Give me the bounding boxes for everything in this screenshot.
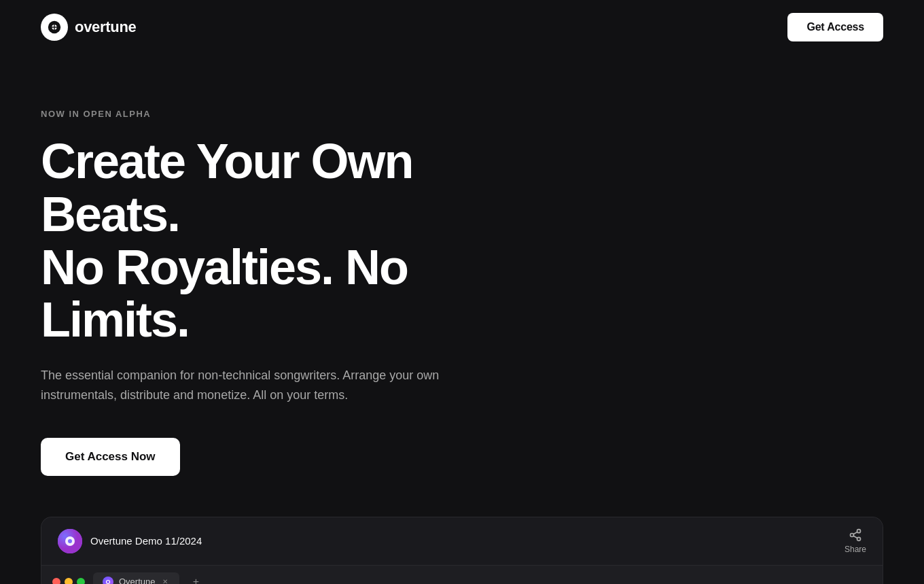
close-dot[interactable] [52,578,60,584]
headline-line1: Create Your Own Beats. [41,134,412,241]
minimize-dot[interactable] [65,578,73,584]
svg-line-8 [853,532,857,534]
cta-button[interactable]: Get Access Now [41,438,180,476]
alpha-badge: NOW IN OPEN ALPHA [41,109,544,119]
svg-point-3 [68,539,72,543]
browser-dots [52,578,85,584]
share-label: Share [845,545,866,554]
logo-container: overtune [41,14,137,41]
demo-title: Overtune Demo 11/2024 [90,535,202,547]
svg-line-7 [853,536,857,538]
browser-tab[interactable]: O Overtune ✕ [93,572,179,584]
get-access-button[interactable]: Get Access [787,13,883,41]
new-tab-button[interactable]: + [188,574,204,584]
browser-tab-icon: O [103,577,113,584]
demo-section: Overtune Demo 11/2024 Share O Overtune ✕… [41,517,883,584]
maximize-dot[interactable] [77,578,85,584]
logo-text: overtune [75,18,137,36]
share-button[interactable]: Share [845,528,866,554]
logo-icon [41,14,68,41]
demo-header: Overtune Demo 11/2024 Share [41,517,883,566]
demo-header-left: Overtune Demo 11/2024 [58,529,202,553]
header: overtune Get Access [0,0,924,54]
tab-close-icon[interactable]: ✕ [160,577,170,584]
headline-line2: No Royalties. No Limits. [41,240,408,347]
browser-tab-label: Overtune [119,577,155,584]
demo-avatar [58,529,82,553]
hero-section: NOW IN OPEN ALPHA Create Your Own Beats.… [0,54,584,517]
browser-chrome: O Overtune ✕ + [41,566,883,584]
hero-subtext: The essential companion for non-technica… [41,366,476,405]
hero-headline: Create Your Own Beats. No Royalties. No … [41,135,544,347]
